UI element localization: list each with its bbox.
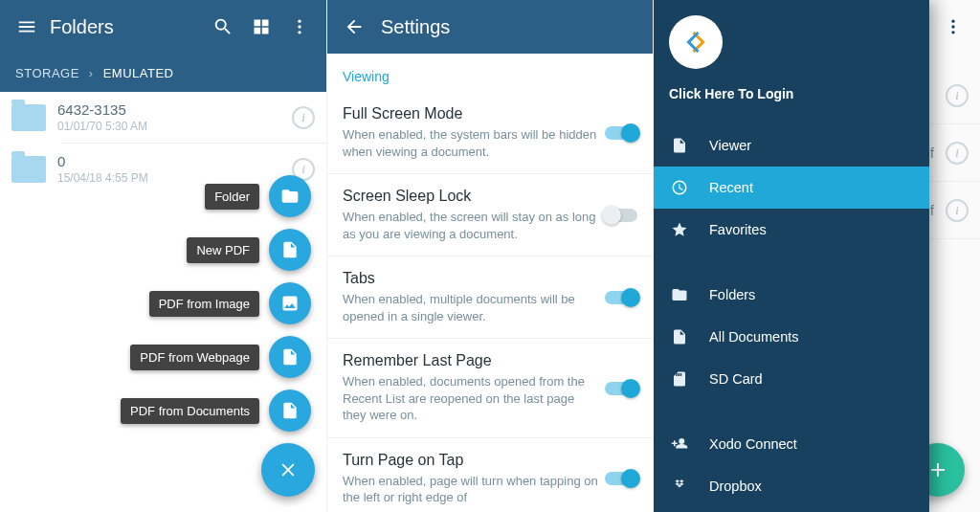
nav-xodo-connect[interactable]: Xodo Connect [654,423,929,465]
menu-icon[interactable] [8,8,46,46]
folder-icon [11,156,46,183]
setting-desc: When enabled, documents opened from the … [343,373,637,424]
folder-icon[interactable] [269,175,311,217]
info-icon[interactable]: i [946,84,969,107]
nav-sd-card[interactable]: SD Card [654,358,929,400]
folder-name: 6432-3135 [57,101,280,118]
folder-item[interactable]: 6432-3135 01/01/70 5:30 AM i [0,92,326,143]
setting-title: Tabs [343,270,637,287]
file-icon [671,328,688,345]
login-link[interactable]: Click Here To Login [669,86,914,101]
nav-dropbox[interactable]: Dropbox [654,465,929,507]
nav-label: Viewer [709,138,751,153]
info-icon[interactable]: i [946,199,969,222]
setting-remember-page[interactable]: Remember Last Page When enabled, documen… [327,339,653,438]
nav-label: Folders [709,287,755,302]
fab-label: PDF from Webpage [130,345,259,370]
chevron-right-icon: › [89,66,94,80]
nav-label: Dropbox [709,479,762,494]
back-icon[interactable] [335,8,373,46]
more-icon[interactable] [280,8,319,46]
info-icon[interactable]: i [946,142,969,165]
fab-option-folder[interactable]: Folder [205,175,311,217]
nav-label: Recent [709,180,753,195]
crumb-emulated[interactable]: EMULATED [103,66,174,80]
image-icon[interactable] [269,282,311,324]
info-icon[interactable]: i [292,106,315,129]
setting-tabs[interactable]: Tabs When enabled, multiple documents wi… [327,256,653,339]
fab-option-pdf-documents[interactable]: PDF from Documents [121,390,311,432]
toggle-switch[interactable] [605,291,637,304]
more-icon[interactable] [934,0,972,54]
view-toggle-icon[interactable] [242,8,280,46]
folder-date: 01/01/70 5:30 AM [57,120,280,133]
setting-turn-page[interactable]: Turn Page on Tap When enabled, page will… [327,438,653,512]
toggle-switch[interactable] [605,126,637,140]
setting-desc: When enabled, page will turn when tappin… [343,473,637,506]
fab-option-new-pdf[interactable]: New PDF [187,229,311,271]
file-icon[interactable] [269,390,311,432]
search-icon[interactable] [204,8,242,46]
setting-desc: When enabled, multiple documents will be… [343,291,637,324]
fab-label: PDF from Image [149,291,259,317]
fab-label: PDF from Documents [121,398,259,424]
fab-menu: Folder New PDF PDF from Image PDF from W… [121,175,311,497]
setting-title: Turn Page on Tap [343,452,637,469]
nav-viewer[interactable]: Viewer [654,124,929,167]
setting-full-screen[interactable]: Full Screen Mode When enabled, the syste… [327,92,653,174]
settings-header: Settings [327,0,653,54]
page-title: Settings [381,16,450,38]
nav-favorites[interactable]: Favorites [654,209,929,251]
folder-icon [11,104,46,131]
toggle-switch[interactable] [605,382,637,395]
dropbox-icon [671,478,688,495]
nav-folders[interactable]: Folders [654,274,929,316]
nav-label: All Documents [709,329,798,345]
file-icon[interactable] [269,336,311,378]
file-icon[interactable] [269,229,311,271]
nav-all-documents[interactable]: All Documents [654,316,929,358]
fab-option-pdf-image[interactable]: PDF from Image [149,282,311,324]
person-add-icon [671,435,688,453]
nav-label: SD Card [709,371,763,387]
setting-title: Screen Sleep Lock [343,188,637,205]
folder-icon [671,286,688,303]
star-icon [671,221,688,238]
crumb-storage[interactable]: STORAGE [15,66,79,80]
file-icon [671,137,688,154]
toggle-switch[interactable] [605,472,637,485]
setting-sleep-lock[interactable]: Screen Sleep Lock When enabled, the scre… [327,174,653,256]
section-viewing: Viewing [327,54,653,92]
fab-label: Folder [205,184,259,210]
fab-label: New PDF [187,237,259,263]
drawer-header: Click Here To Login [654,0,929,119]
setting-desc: When enabled, the screen will stay on as… [343,209,637,242]
clock-icon [671,179,688,196]
fab-option-pdf-webpage[interactable]: PDF from Webpage [130,336,311,378]
nav-label: Xodo Connect [709,436,797,452]
nav-recent[interactable]: Recent [654,167,929,209]
toggle-switch[interactable] [605,209,637,222]
folder-name: 0 [57,153,280,169]
setting-desc: When enabled, the system bars will be hi… [343,126,637,160]
breadcrumb[interactable]: STORAGE › EMULATED [0,54,326,92]
page-title: Folders [50,16,204,38]
sd-card-icon [671,370,688,388]
fab-close-button[interactable] [261,443,315,497]
app-logo [669,15,723,69]
setting-title: Remember Last Page [343,352,637,369]
setting-title: Full Screen Mode [343,105,637,122]
folders-header: Folders [0,0,326,54]
nav-label: Favorites [709,222,767,237]
nav-drawer: Click Here To Login Viewer Recent Favori… [654,0,929,512]
